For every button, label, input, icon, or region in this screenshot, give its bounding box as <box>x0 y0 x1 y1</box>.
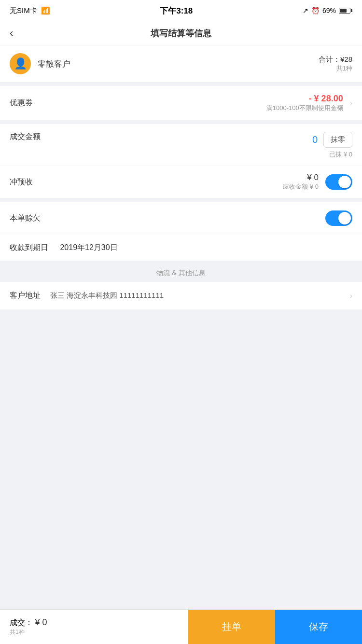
bottom-count: 共1种 <box>10 628 179 636</box>
credit-label: 本单赊欠 <box>10 213 41 224</box>
credit-row: 本单赊欠 <box>0 202 362 235</box>
total-count: 共1种 <box>319 64 352 73</box>
coupon-info: - ¥ 28.00 满1000-100不限制使用金额 <box>266 94 343 112</box>
battery-percent: 69% <box>322 7 336 14</box>
wifi-icon: 📶 <box>41 6 50 15</box>
nav-bar: ‹ 填写结算等信息 <box>0 21 362 45</box>
total-amount: 合计：¥28 <box>319 55 352 64</box>
coupon-discount: - ¥ 28.00 <box>266 94 343 104</box>
coupon-description: 满1000-100不限制使用金额 <box>266 104 343 112</box>
address-row[interactable]: 客户地址 张三 海淀永丰科技园 11111111111 › <box>0 282 362 309</box>
bottom-bar: 成交： ¥ 0 共1种 挂单 保存 <box>0 609 362 644</box>
bottom-summary: 成交： ¥ 0 共1种 <box>0 617 188 636</box>
customer-total: 合计：¥28 共1种 <box>319 55 352 73</box>
amount-row: 成交金额 0 抹零 <box>0 124 362 150</box>
amount-controls: 0 抹零 <box>312 132 352 148</box>
customer-info: 👤 零散客户 <box>10 53 70 74</box>
address-value: 张三 海淀永丰科技园 11111111111 <box>50 291 338 300</box>
advance-right: ¥ 0 应收金额 ¥ 0 <box>283 173 352 191</box>
coupon-label: 优惠券 <box>10 98 48 108</box>
logistics-label: 物流 & 其他信息 <box>156 269 205 278</box>
hang-button[interactable]: 挂单 <box>188 610 275 644</box>
address-section: 客户地址 张三 海淀永丰科技园 11111111111 › <box>0 282 362 309</box>
advance-amount: ¥ 0 <box>283 173 319 182</box>
logistics-divider: 物流 & 其他信息 <box>0 265 362 282</box>
signal-text: 无SIM卡 <box>10 6 37 15</box>
due-date-value: 2019年12月30日 <box>60 243 117 252</box>
battery-icon <box>339 8 352 14</box>
content: 👤 零散客户 合计：¥28 共1种 优惠券 - ¥ 28.00 满1000-10… <box>0 45 362 448</box>
bottom-deal-line: 成交： ¥ 0 <box>10 617 179 628</box>
credit-section: 本单赊欠 收款到期日 2019年12月30日 <box>0 202 362 261</box>
bottom-deal-amount: ¥ 0 <box>35 617 47 627</box>
coupon-right: - ¥ 28.00 满1000-100不限制使用金额 › <box>48 94 352 112</box>
empty-space <box>0 313 362 410</box>
amount-sub-row: 已抹 ¥ 0 <box>0 150 362 166</box>
advance-receivable: 应收金额 ¥ 0 <box>283 182 319 191</box>
chevron-right-icon: › <box>350 99 352 108</box>
due-date-row: 收款到期日 2019年12月30日 <box>0 235 362 261</box>
location-icon: ↗ <box>303 7 308 14</box>
status-right: ↗ ⏰ 69% <box>303 7 352 14</box>
due-date-label: 收款到期日 <box>10 243 48 252</box>
coupon-section: 优惠券 - ¥ 28.00 满1000-100不限制使用金额 › <box>0 86 362 120</box>
advance-label: 冲预收 <box>10 177 48 187</box>
advance-amounts: ¥ 0 应收金额 ¥ 0 <box>283 173 319 191</box>
back-button[interactable]: ‹ <box>10 27 13 40</box>
bottom-deal-label: 成交： <box>10 618 33 627</box>
customer-section: 👤 零散客户 合计：¥28 共1种 <box>0 45 362 82</box>
status-bar: 无SIM卡 📶 下午3:18 ↗ ⏰ 69% <box>0 0 362 21</box>
amount-label: 成交金额 <box>10 132 48 142</box>
save-button[interactable]: 保存 <box>275 610 362 644</box>
amount-value[interactable]: 0 <box>312 134 318 145</box>
advance-row: 冲预收 ¥ 0 应收金额 ¥ 0 <box>0 166 362 198</box>
alarm-icon: ⏰ <box>311 7 320 14</box>
status-left: 无SIM卡 📶 <box>10 6 50 15</box>
credit-toggle[interactable] <box>325 210 352 226</box>
page-title: 填写结算等信息 <box>151 28 211 39</box>
coupon-row[interactable]: 优惠券 - ¥ 28.00 满1000-100不限制使用金额 › <box>0 86 362 120</box>
customer-avatar: 👤 <box>10 53 31 74</box>
amount-sub-label: 已抹 ¥ 0 <box>329 151 352 158</box>
address-label: 客户地址 <box>10 291 41 301</box>
amount-section: 成交金额 0 抹零 已抹 ¥ 0 冲预收 ¥ 0 应收金额 ¥ 0 <box>0 124 362 198</box>
advance-toggle[interactable] <box>325 174 352 190</box>
round-zero-button[interactable]: 抹零 <box>323 132 352 148</box>
customer-name: 零散客户 <box>38 58 70 70</box>
status-time: 下午3:18 <box>160 5 193 16</box>
address-chevron-icon: › <box>350 292 352 300</box>
